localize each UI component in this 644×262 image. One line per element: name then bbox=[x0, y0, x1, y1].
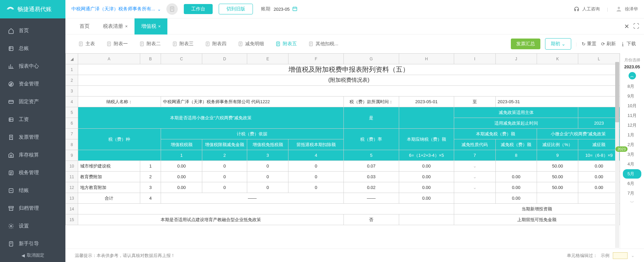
cell[interactable]: 0.00 bbox=[399, 161, 454, 172]
invoice-summary-button[interactable]: 发票汇总 bbox=[511, 39, 540, 49]
month-scroll-up[interactable]: ︽ bbox=[629, 72, 636, 79]
sidebar-item-4[interactable]: 固定资产 bbox=[0, 93, 65, 111]
chevron-down-icon[interactable]: ⌄ bbox=[631, 253, 635, 258]
spreadsheet-area[interactable]: ◢ABCDEFGHIJKL1增值税及附加税费申报表附列资料（五）2(附加税费情况… bbox=[65, 53, 620, 249]
cell[interactable]: 0.00 bbox=[495, 172, 537, 182]
calendar-icon[interactable] bbox=[292, 6, 298, 12]
sidebar-item-3[interactable]: 资金管理 bbox=[0, 75, 65, 93]
cell[interactable]: 0 bbox=[247, 172, 288, 182]
sidebar-item-1[interactable]: 总账 bbox=[0, 40, 65, 57]
cell[interactable]: 0.00 bbox=[578, 172, 620, 182]
sidebar-item-12[interactable]: 新手引导 bbox=[0, 235, 65, 249]
tab-close-icon[interactable]: × bbox=[158, 24, 161, 29]
cell[interactable]: 教育费附加 bbox=[78, 172, 140, 182]
close-tab-icon[interactable]: ✕ bbox=[624, 23, 629, 30]
tab-2[interactable]: 增值税× bbox=[135, 18, 168, 35]
download-button[interactable]: ⭳ 下载 bbox=[621, 41, 636, 47]
subtab-1[interactable]: 附表一 bbox=[102, 38, 132, 50]
col-header[interactable]: G bbox=[344, 54, 399, 64]
sidebar-item-5[interactable]: 工资 bbox=[0, 111, 65, 128]
company-dropdown-icon[interactable]: ⌄ bbox=[157, 7, 161, 12]
vertical-scrollbar[interactable] bbox=[615, 62, 619, 248]
fullscreen-icon[interactable]: ⛶ bbox=[633, 23, 639, 30]
sidebar-item-9[interactable]: 结账 bbox=[0, 182, 65, 199]
user-menu[interactable]: 徐泽华 bbox=[615, 6, 638, 12]
cell[interactable]: 2 bbox=[140, 172, 161, 182]
tab-0[interactable]: 首页 bbox=[73, 18, 96, 35]
col-header[interactable]: D bbox=[202, 54, 247, 64]
month-option[interactable]: 5月 bbox=[623, 169, 641, 179]
sidebar-item-7[interactable]: 库存核算 bbox=[0, 146, 65, 164]
col-header[interactable]: H bbox=[399, 54, 454, 64]
period-begin-button[interactable]: 期初 ⌄ bbox=[545, 38, 571, 50]
sidebar-item-2[interactable]: 报表中心 bbox=[0, 57, 65, 75]
refresh-button[interactable]: ⟳ 刷新 bbox=[601, 41, 616, 47]
cell[interactable]: 0.00 bbox=[578, 182, 620, 193]
subtab-2[interactable]: 附表二 bbox=[135, 38, 165, 50]
cell[interactable]: 0 bbox=[288, 182, 344, 193]
cell[interactable]: 城市维护建设税 bbox=[78, 161, 140, 172]
cell[interactable]: 0.00 bbox=[399, 182, 454, 193]
subtab-6[interactable]: 附表五 bbox=[271, 38, 302, 50]
sidebar-item-6[interactable]: 发票管理 bbox=[0, 128, 65, 146]
month-option[interactable]: 12月 bbox=[623, 121, 641, 130]
select-all-cell[interactable]: ◢ bbox=[66, 54, 78, 64]
col-header[interactable]: C bbox=[161, 54, 202, 64]
company-selector[interactable]: 中税网通广泽（天津）税务师事务所有... bbox=[71, 6, 155, 12]
cell[interactable]: 3 bbox=[140, 182, 161, 193]
cell[interactable]: 0.00 bbox=[399, 172, 454, 182]
cell[interactable]: 0 bbox=[288, 172, 344, 182]
cell[interactable]: 0.03 bbox=[344, 172, 399, 182]
col-header[interactable]: L bbox=[578, 54, 620, 64]
col-header[interactable]: A bbox=[78, 54, 140, 64]
month-option[interactable]: 8月 bbox=[623, 82, 641, 91]
subtab-5[interactable]: 减免明细 bbox=[233, 38, 269, 50]
subtab-3[interactable]: 附表三 bbox=[167, 38, 198, 50]
cell[interactable]: 50.00 bbox=[537, 172, 578, 182]
cell[interactable]: 0.00 bbox=[161, 182, 202, 193]
subtab-0[interactable]: 主表 bbox=[73, 38, 100, 50]
cell[interactable]: 0 bbox=[202, 182, 247, 193]
period-value[interactable]: 2023-05 bbox=[274, 7, 290, 12]
cell[interactable]: 1 bbox=[140, 161, 161, 172]
cell[interactable]: 地方教育附加 bbox=[78, 182, 140, 193]
month-option[interactable]: 9月 bbox=[623, 91, 641, 101]
cell[interactable]: 0.00 bbox=[495, 182, 537, 193]
cell-select[interactable]: ⌄ bbox=[454, 172, 495, 182]
reset-button[interactable]: ↻ 重置 bbox=[582, 41, 596, 47]
col-header[interactable]: J bbox=[495, 54, 537, 64]
support-link[interactable]: 人工咨询 bbox=[574, 6, 600, 12]
col-header[interactable]: I bbox=[454, 54, 495, 64]
cell[interactable]: 0 bbox=[288, 161, 344, 172]
month-option[interactable]: 10月 bbox=[623, 101, 641, 111]
subtab-4[interactable]: 附表四 bbox=[200, 38, 231, 50]
col-header[interactable]: E bbox=[247, 54, 288, 64]
cell[interactable] bbox=[495, 161, 537, 172]
switch-old-button[interactable]: 切到旧版 bbox=[219, 4, 253, 14]
cell[interactable]: 0 bbox=[202, 161, 247, 172]
cell[interactable]: 0.00 bbox=[161, 172, 202, 182]
cell-select[interactable]: ⌄ bbox=[454, 161, 495, 172]
month-option[interactable]: 7月 bbox=[623, 189, 641, 198]
col-header[interactable]: F bbox=[288, 54, 344, 64]
notebook-button[interactable] bbox=[166, 3, 178, 15]
subtab-7[interactable]: 其他扣税... bbox=[304, 38, 343, 50]
cell[interactable]: 0 bbox=[247, 161, 288, 172]
sidebar-item-8[interactable]: 税务管理 bbox=[0, 164, 65, 182]
tab-close-icon[interactable]: × bbox=[125, 24, 128, 29]
month-option[interactable]: 1月 bbox=[623, 130, 641, 140]
month-option[interactable]: 4月 bbox=[623, 159, 641, 169]
tab-1[interactable]: 税表清册× bbox=[96, 18, 135, 35]
month-option[interactable]: 6月 bbox=[623, 179, 641, 188]
cell-select[interactable]: ⌄ bbox=[454, 182, 495, 193]
sidebar-item-10[interactable]: 归档管理 bbox=[0, 199, 65, 217]
month-option[interactable]: 11月 bbox=[623, 111, 641, 120]
cell[interactable]: 50.00 bbox=[537, 182, 578, 193]
cell[interactable]: 0.07 bbox=[344, 161, 399, 172]
col-header[interactable]: K bbox=[537, 54, 578, 64]
workbench-button[interactable]: 工作台 bbox=[184, 4, 213, 14]
cell[interactable]: 0 bbox=[202, 172, 247, 182]
sidebar-item-0[interactable]: 首页 bbox=[0, 22, 65, 40]
cell[interactable]: 0 bbox=[247, 182, 288, 193]
cell[interactable]: 0.00 bbox=[161, 161, 202, 172]
